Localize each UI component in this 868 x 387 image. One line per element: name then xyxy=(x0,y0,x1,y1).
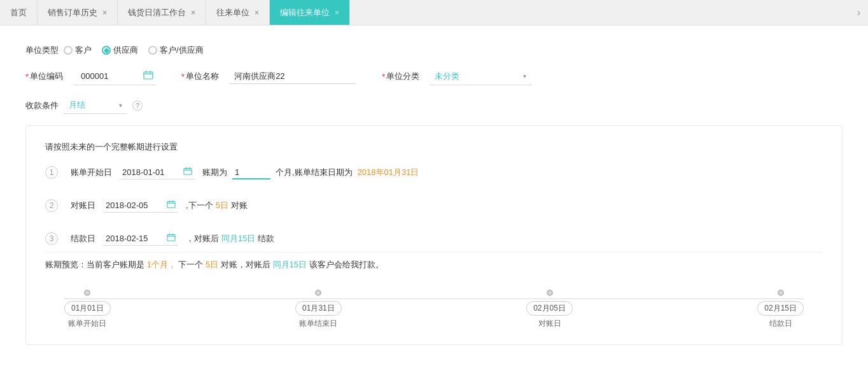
unit-name-input[interactable] xyxy=(229,69,356,84)
billing-period-prefix: 账期为 xyxy=(202,167,227,178)
billing-row-3-number: 3 xyxy=(45,232,58,245)
preview-section: 账期预览：当前客户账期是 1个月， 下一个 5日 对账，对账后 同月15日 该客… xyxy=(45,252,823,329)
timeline-label-1: 账单开始日 xyxy=(68,318,106,329)
tab-cash-work[interactable]: 钱货日清工作台 × xyxy=(118,0,206,25)
unit-code-input[interactable] xyxy=(76,69,139,83)
timeline-badge-1: 01月01日 xyxy=(64,301,111,316)
payment-terms-help-icon[interactable]: ? xyxy=(132,101,143,111)
tab-partner-label: 往来单位 xyxy=(216,7,249,18)
billing-reconcile-date-wrapper xyxy=(103,199,178,213)
timeline-badge-3: 02月05日 xyxy=(526,301,573,316)
tab-partner-close[interactable]: × xyxy=(255,8,259,17)
payment-day-highlight: 同月15日 xyxy=(221,233,255,244)
tab-sales-history-close[interactable]: × xyxy=(102,8,107,17)
unit-code-icon[interactable] xyxy=(143,70,153,82)
timeline-dot-2 xyxy=(315,290,321,296)
preview-reconcile-text: 下一个 xyxy=(178,260,203,269)
billing-start-date-label: 账单开始日 xyxy=(71,167,112,178)
timeline-point-2: 01月31日 账单结束日 xyxy=(295,290,342,329)
timeline-dot-3 xyxy=(547,290,553,296)
unit-category-select[interactable]: 未分类 ▾ xyxy=(430,68,531,85)
billing-period-input[interactable] xyxy=(232,166,270,179)
radio-supplier-label: 供应商 xyxy=(113,45,138,56)
unit-type-radio-group: 客户 供应商 客户/供应商 xyxy=(64,45,204,56)
preview-period-highlight: 1个月， xyxy=(147,260,176,269)
main-content: 单位类型 客户 供应商 客户/供应商 * 单位编码 xyxy=(0,25,868,387)
tab-more-button[interactable]: › xyxy=(850,7,868,18)
svg-rect-4 xyxy=(184,169,192,175)
unit-code-input-wrapper xyxy=(73,67,156,85)
preview-payment-highlight: 同月15日 xyxy=(273,260,307,269)
preview-label: 账期预览：当前客户账期是 xyxy=(45,260,144,269)
radio-customer-circle xyxy=(64,46,73,55)
billing-reconcile-calendar-icon[interactable] xyxy=(167,200,176,211)
billing-payment-date-wrapper xyxy=(103,232,178,246)
timeline-badge-4: 02月15日 xyxy=(757,301,804,316)
timeline-items: 01月01日 账单开始日 01月31日 账单结束日 xyxy=(64,290,804,329)
timeline-point-4: 02月15日 结款日 xyxy=(757,290,804,329)
billing-start-date-input-wrapper xyxy=(120,165,195,179)
preview-text: 账期预览：当前客户账期是 1个月， 下一个 5日 对账，对账后 同月15日 该客… xyxy=(45,259,823,271)
billing-row-2: 2 对账日 ,下一个 5日 对账 xyxy=(45,199,823,213)
unit-category-label: 单位分类 xyxy=(386,71,419,82)
timeline-point-1: 01月01日 账单开始日 xyxy=(64,290,111,329)
unit-code-required-star: * xyxy=(25,72,29,81)
timeline-container: 01月01日 账单开始日 01月31日 账单结束日 xyxy=(45,290,823,329)
payment-terms-select[interactable]: 月结 ▾ xyxy=(64,97,127,114)
timeline-dot-1 xyxy=(84,290,90,296)
unit-code-group: * 单位编码 xyxy=(25,67,156,85)
billing-reconcile-date-input[interactable] xyxy=(106,201,163,210)
preview-reconcile-highlight: 5日 xyxy=(206,260,218,269)
billing-start-date-input[interactable] xyxy=(122,167,179,177)
unit-category-value: 未分类 xyxy=(435,71,519,82)
payment-terms-row: 收款条件 月结 ▾ ? xyxy=(25,97,843,114)
tab-home-label: 首页 xyxy=(10,7,27,18)
unit-name-label: 单位名称 xyxy=(186,71,219,82)
timeline-label-3: 对账日 xyxy=(538,318,561,329)
tab-cash-work-label: 钱货日清工作台 xyxy=(128,7,186,18)
unit-category-group: * 单位分类 未分类 ▾ xyxy=(382,68,531,85)
billing-payment-calendar-icon[interactable] xyxy=(167,233,176,244)
tab-edit-partner-close[interactable]: × xyxy=(335,8,339,17)
unit-name-group: * 单位名称 xyxy=(181,69,356,84)
billing-box-title: 请按照未来的一个完整帐期进行设置 xyxy=(45,141,823,153)
payment-terms-label: 收款条件 xyxy=(25,100,59,111)
radio-both-circle xyxy=(148,46,157,55)
timeline-badge-2: 01月31日 xyxy=(295,301,342,316)
unit-fields-row: * 单位编码 * 单位名称 * 单位分类 xyxy=(25,67,843,85)
radio-supplier-circle xyxy=(102,46,111,55)
tab-sales-history[interactable]: 销售订单历史 × xyxy=(38,0,118,25)
billing-payment-label: 结款日 xyxy=(71,233,95,244)
billing-settings-box: 请按照未来的一个完整帐期进行设置 1 账单开始日 账期为 xyxy=(25,125,843,345)
unit-name-required-star: * xyxy=(181,72,185,81)
tab-edit-partner[interactable]: 编辑往来单位 × xyxy=(270,0,350,25)
billing-payment-date-input[interactable] xyxy=(106,234,163,243)
unit-code-label: 单位编码 xyxy=(30,71,63,82)
tab-partner[interactable]: 往来单位 × xyxy=(206,0,270,25)
billing-period-suffix: 个月,账单结束日期为 xyxy=(276,167,353,178)
preview-payment-suffix: 该客户会给我打款。 xyxy=(309,260,384,269)
unit-category-required-star: * xyxy=(382,72,385,81)
radio-customer-label: 客户 xyxy=(75,45,92,56)
billing-reconcile-label: 对账日 xyxy=(71,200,95,211)
payment-terms-arrow-icon: ▾ xyxy=(119,102,122,109)
svg-rect-8 xyxy=(167,202,175,208)
timeline-label-4: 结款日 xyxy=(769,318,792,329)
svg-rect-12 xyxy=(167,235,175,241)
timeline-point-3: 02月05日 对账日 xyxy=(526,290,573,329)
timeline-dot-4 xyxy=(778,290,784,296)
payment-suffix1: ，对账后 xyxy=(186,233,219,244)
unit-type-label: 单位类型 xyxy=(25,45,59,56)
tab-sales-history-label: 销售订单历史 xyxy=(48,7,97,18)
radio-both[interactable]: 客户/供应商 xyxy=(148,45,204,56)
reconcile-suffix2: 对账 xyxy=(231,200,248,211)
tab-home[interactable]: 首页 xyxy=(0,0,38,25)
radio-supplier[interactable]: 供应商 xyxy=(102,45,138,56)
unit-type-row: 单位类型 客户 供应商 客户/供应商 xyxy=(25,45,843,56)
reconcile-day-highlight: 5日 xyxy=(216,200,228,211)
billing-row-3: 3 结款日 ，对账后 同月15日 结款 xyxy=(45,232,823,246)
tab-edit-partner-label: 编辑往来单位 xyxy=(280,7,330,18)
radio-customer[interactable]: 客户 xyxy=(64,45,92,56)
billing-start-date-calendar-icon[interactable] xyxy=(183,167,192,178)
tab-cash-work-close[interactable]: × xyxy=(191,8,195,17)
